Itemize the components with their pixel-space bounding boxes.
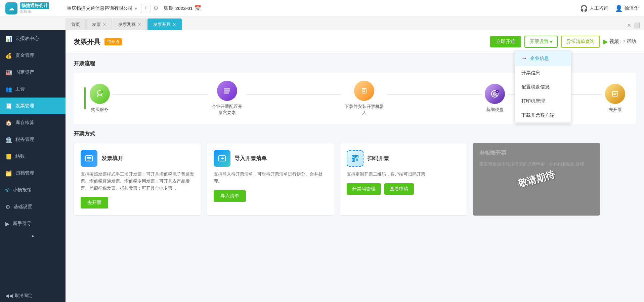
settings-icon[interactable]: ⚙: [153, 5, 159, 12]
payment-section: 开票方式 发票填开 支持按照发票样式手工填开发票；可开具增值税电子普通发票、增值…: [66, 124, 644, 222]
sidebar-item-xiaochang[interactable]: © 小畅报销: [0, 182, 66, 198]
tab-invoice-open[interactable]: 发票开具 ✕: [147, 18, 182, 30]
card-fill-button[interactable]: 去开票: [81, 197, 108, 209]
sidebar-item-yunbao[interactable]: 📊 云报表中心: [0, 30, 66, 47]
dropdown-printer-label: 打印机管理: [521, 98, 545, 104]
card-fill-desc: 支持按照发票样式手工填开发票；可开具增值税电子普通发票、增值税普通发票、增值税专…: [81, 171, 194, 192]
step-2-icon: [217, 81, 237, 101]
flow-step-5: 去开票: [605, 84, 625, 113]
dropdown-item-printer[interactable]: 打印机管理: [515, 94, 571, 108]
activate-button[interactable]: 立即开通: [490, 36, 521, 47]
card-import-button[interactable]: 导入清单: [214, 190, 246, 202]
sidebar-item-zijin[interactable]: 💰 资金管理: [0, 47, 66, 64]
step-2-label: 企业开通配置开票六要素: [210, 104, 244, 116]
sidebar-item-guidang[interactable]: 🗂️ 归档管理: [0, 165, 66, 182]
sidebar-logo: ☁ 畅捷通好会计 旗舰版: [5, 2, 64, 14]
add-company-button[interactable]: +: [141, 4, 151, 13]
logo-sub-text: 旗舰版: [20, 9, 49, 14]
tab-invoice-open-label: 发票开具: [153, 22, 171, 28]
guding-label: 固定资产: [15, 69, 34, 75]
dropdown-tax-config-label: 配置税盘信息: [521, 84, 550, 89]
exception-button[interactable]: 异常清单查询: [561, 36, 600, 48]
card-scan-buttons: 开票码管理 查看申请: [347, 183, 460, 195]
payment-card-import: 导入开票清单 支持导入待开票清单，可对待开票清单进行拆分、合并处理。 导入清单: [207, 143, 334, 216]
sidebar: 📊 云报表中心 💰 资金管理 🏭 固定资产 👥 工资 🧾 发票管理 🏠 库存核算…: [0, 30, 66, 302]
sidebar-item-xinshou[interactable]: ▶ 新手引导: [0, 215, 66, 232]
consultation-button[interactable]: 🎧 人工咨询: [580, 5, 608, 12]
video-label[interactable]: 视频: [609, 39, 619, 45]
dropdown-item-tax-config[interactable]: 配置税盘信息: [515, 80, 571, 94]
card-fill-icon: [81, 150, 97, 167]
sidebar-bottom-pin[interactable]: ◀◀ 取消固定: [0, 289, 66, 302]
add-icon: +: [144, 5, 148, 12]
boss-overlay: 敬请期待: [473, 143, 600, 216]
consultation-label: 人工咨询: [590, 5, 608, 11]
sidebar-item-jichu[interactable]: ⚙ 基础设置: [0, 198, 66, 215]
user-info[interactable]: 👤 徐泽华: [615, 5, 639, 12]
card-scan-button1[interactable]: 开票码管理: [347, 183, 381, 195]
tab-home-label: 首页: [71, 22, 80, 28]
tab-invoice-open-close[interactable]: ✕: [173, 22, 176, 27]
tab-right-icons: ✕ ⬜: [627, 22, 644, 30]
close-window-icon[interactable]: ✕: [627, 22, 631, 29]
tab-invoice[interactable]: 发票 ✕: [86, 18, 112, 30]
svg-rect-8: [363, 91, 365, 92]
sidebar-item-fapiao[interactable]: 🧾 发票管理: [0, 98, 66, 114]
svg-rect-24: [353, 156, 354, 157]
jichu-icon: ⚙: [5, 204, 10, 210]
xinshou-icon: ▶: [5, 221, 9, 227]
zijin-icon: 💰: [5, 52, 12, 59]
payment-card-fill: 发票填开 支持按照发票样式手工填开发票；可开具增值税电子普通发票、增值税普通发票…: [74, 143, 201, 216]
jichu-label: 基础设置: [13, 204, 32, 210]
maximize-icon[interactable]: ⬜: [633, 22, 640, 29]
page-title: 发票开具: [74, 37, 100, 46]
yunbao-label: 云报表中心: [15, 36, 39, 42]
step-5-label: 去开票: [609, 107, 622, 113]
dropdown-item-download[interactable]: 下载开票客户端: [515, 108, 571, 122]
card-scan-header: 扫码开票: [347, 150, 460, 167]
dropdown-item-invoice[interactable]: 开票信息: [515, 66, 571, 80]
card-scan-icon: [347, 150, 363, 167]
shuiwu-label: 税务管理: [15, 137, 34, 143]
tab-invoice-close[interactable]: ✕: [103, 22, 106, 27]
shuiwu-icon: 🏦: [5, 137, 12, 143]
tab-invoice-label: 发票: [92, 22, 101, 28]
yunbao-icon: 📊: [5, 36, 12, 42]
company-selector[interactable]: 重庆畅捷交通信息咨询有限公司 ▾: [67, 5, 137, 11]
svg-rect-18: [87, 158, 91, 159]
sidebar-item-kucun[interactable]: 🏠 库存核算: [0, 114, 66, 131]
video-help-area: ▶ 视频 | ? 帮助: [603, 38, 636, 45]
step-3-icon: [354, 81, 374, 101]
sidebar-item-jiezhang[interactable]: 📒 结账: [0, 148, 66, 165]
sidebar-item-gongzi[interactable]: 👥 工资: [0, 81, 66, 98]
tab-home[interactable]: 首页: [66, 18, 86, 30]
help-label[interactable]: 帮助: [627, 39, 636, 45]
tab-invoice-calc-label: 发票测算: [118, 22, 136, 28]
tab-invoice-calc-close[interactable]: ✕: [138, 22, 141, 27]
svg-point-7: [363, 89, 365, 90]
flow-step-4: 税+ 新增税盘: [485, 84, 505, 113]
svg-rect-26: [353, 159, 354, 161]
jiezhang-icon: 📒: [5, 153, 12, 160]
kucun-icon: 🏠: [5, 120, 12, 126]
card-scan-button2[interactable]: 查看申请: [384, 183, 414, 195]
svg-text:+: +: [496, 90, 498, 93]
pin-label: 取消固定: [15, 293, 32, 299]
tab-invoice-calc[interactable]: 发票测算 ✕: [113, 18, 147, 30]
svg-rect-15: [613, 94, 616, 95]
card-fill-title: 发票填开: [101, 155, 123, 162]
sidebar-item-shuiwu[interactable]: 🏦 税务管理: [0, 131, 66, 148]
step-1-area: + 购买服务: [84, 84, 110, 113]
payment-card-boss: 老板端开票 查看老板端小程序提交的开票申请，并作出相应的处理 敬请期待: [473, 143, 600, 216]
tabs-bar: 首页 发票 ✕ 发票测算 ✕ 发票开具 ✕ ✕ ⬜: [0, 17, 644, 30]
calendar-icon[interactable]: 📅: [195, 5, 201, 11]
connector-1: [113, 95, 208, 95]
separator: |: [620, 39, 621, 44]
main-layout: 📊 云报表中心 💰 资金管理 🏭 固定资产 👥 工资 🧾 发票管理 🏠 库存核算…: [0, 30, 644, 302]
svg-rect-25: [356, 156, 357, 157]
card-import-desc: 支持导入待开票清单，可对待开票清单进行拆分、合并处理。: [214, 171, 327, 185]
dropdown-item-company[interactable]: → 企业信息: [515, 51, 571, 66]
settings-button[interactable]: 开票设置 ▾: [524, 36, 558, 48]
sidebar-item-guding[interactable]: 🏭 固定资产: [0, 64, 66, 81]
boss-overlay-text: 敬请期待: [517, 168, 556, 190]
